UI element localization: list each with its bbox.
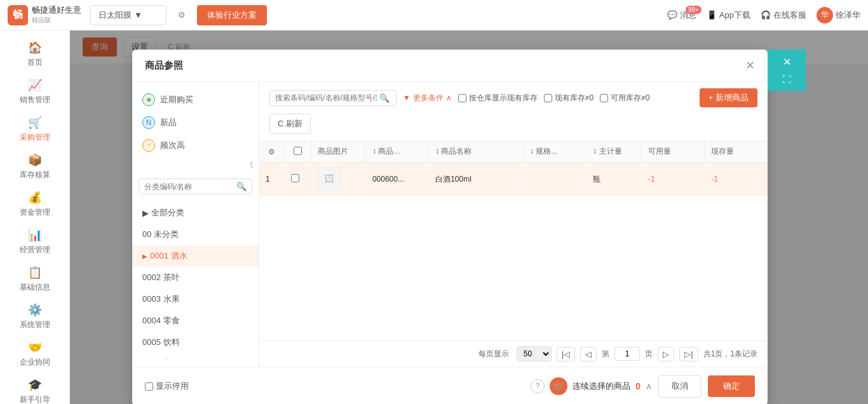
- top-nav: 畅 畅捷通好生意 精品版 日太阳膜 ▼ ⚙ 体验行业方案 💬 消息 99+ 📱 …: [0, 0, 868, 30]
- category-item-uncategorized[interactable]: 00 未分类: [132, 224, 259, 245]
- checkbox-warehouse-stock-input[interactable]: [458, 94, 466, 102]
- username: 徐泽华: [836, 10, 860, 21]
- th-stock: 现存量: [705, 141, 768, 163]
- category-item-liquor[interactable]: ▶ 0001 酒水: [132, 245, 259, 267]
- confirm-button[interactable]: 确定: [708, 375, 755, 397]
- quick-item-frequent[interactable]: ↑ 频次高: [132, 134, 259, 157]
- category-item-drink[interactable]: 0005 饮料: [132, 332, 259, 353]
- row-checkbox[interactable]: [291, 174, 299, 182]
- checkbox-nonzero-stock-input[interactable]: [544, 94, 552, 102]
- category-label: 00 未分类: [142, 229, 179, 240]
- product-table-wrap: ⚙ 商品图片: [259, 141, 768, 340]
- show-disabled-checkbox[interactable]: 显示停用: [145, 380, 189, 392]
- category-search-box: 🔍: [139, 178, 252, 194]
- guide-icon: 🎓: [28, 378, 42, 392]
- trial-button[interactable]: 体验行业方案: [197, 5, 267, 25]
- cancel-button[interactable]: 取消: [658, 375, 702, 398]
- image-icon: 🖼: [324, 173, 334, 185]
- modal-right-panel: 🔍 ▼ 更多条件 ∧ 按仓库显示现有库存: [259, 82, 768, 367]
- sidebar-item-sales[interactable]: 📈 销售管理: [0, 73, 69, 111]
- page-input[interactable]: [614, 347, 640, 361]
- show-disabled-input[interactable]: [145, 382, 153, 391]
- checkbox-nonzero-available-input[interactable]: [600, 94, 608, 102]
- sidebar-item-purchase[interactable]: 🛒 采购管理: [0, 111, 69, 148]
- th-check: [285, 141, 311, 163]
- nav-dropdown[interactable]: 日太阳膜 ▼: [90, 5, 166, 25]
- page-size-select[interactable]: 20 50 100: [517, 346, 552, 361]
- sidebar-item-operations[interactable]: 📊 经营管理: [0, 223, 69, 260]
- td-unit: 瓶: [587, 163, 642, 196]
- app-download-button[interactable]: 📱 App下载: [707, 10, 750, 21]
- sidebar-item-collab[interactable]: 🤝 企业协同: [0, 335, 69, 373]
- th-label: 商品名称: [441, 147, 471, 156]
- add-product-button[interactable]: + 新增商品: [700, 88, 757, 107]
- product-search-input[interactable]: [275, 93, 377, 102]
- cart-text: 连续选择的商品: [573, 380, 630, 392]
- sidebar-item-finance[interactable]: 💰 资金管理: [0, 185, 69, 223]
- cart-collapse-icon[interactable]: ∧: [646, 381, 652, 391]
- nav-dropdown-label: 日太阳膜: [98, 10, 132, 21]
- settings-icon[interactable]: ⚙: [173, 6, 191, 24]
- sort-icon[interactable]: ↕: [372, 147, 376, 156]
- page-label: 第: [602, 349, 609, 360]
- search-icon[interactable]: 🔍: [236, 182, 247, 191]
- gear-icon[interactable]: ⚙: [268, 147, 275, 156]
- checkbox-nonzero-available[interactable]: 可用库存≠0: [600, 93, 649, 104]
- teal-close-icon[interactable]: ✕: [783, 56, 791, 68]
- checkbox-warehouse-stock[interactable]: 按仓库显示现有库存: [458, 93, 538, 104]
- finance-icon: 💰: [28, 191, 42, 205]
- category-item-snack[interactable]: 0004 零食: [132, 310, 259, 332]
- sort-icon[interactable]: ↕: [530, 147, 534, 156]
- product-table: ⚙ 商品图片: [259, 141, 768, 196]
- category-search-input[interactable]: [144, 182, 234, 191]
- page-first-button[interactable]: |◁: [557, 347, 575, 361]
- quick-item-new[interactable]: N 新品: [132, 111, 259, 134]
- refresh-button[interactable]: C 刷新: [269, 114, 311, 134]
- category-item-fruit[interactable]: 0003 水果: [132, 288, 259, 310]
- sidebar-item-inventory[interactable]: 📦 库存核算: [0, 148, 69, 185]
- filter-button[interactable]: ▼ 更多条件 ∧: [403, 93, 452, 104]
- quick-item-label: 频次高: [160, 140, 185, 151]
- filter-icon: ▼: [403, 93, 410, 102]
- user-menu[interactable]: 华 徐泽华: [817, 7, 860, 24]
- th-label: 商品...: [378, 147, 400, 156]
- sidebar-item-system[interactable]: ⚙️ 系统管理: [0, 298, 69, 335]
- cart-button[interactable]: 🛒: [550, 377, 567, 395]
- quick-item-recent[interactable]: ★ 近期购买: [132, 88, 259, 111]
- collapse-button[interactable]: 《: [132, 157, 259, 173]
- checkbox-label-text: 按仓库显示现有库存: [469, 93, 538, 104]
- total-info: 共1页，1条记录: [703, 349, 757, 360]
- page-last-button[interactable]: ▷|: [679, 347, 698, 361]
- modal-footer: 显示停用 ? 🛒 连续选择的商品 0 ∧ 取消 确定: [132, 367, 768, 404]
- table-row[interactable]: 1 🖼: [259, 163, 768, 196]
- th-settings: ⚙: [259, 141, 285, 163]
- page-next-button[interactable]: ▷: [658, 347, 674, 361]
- online-service-button[interactable]: 🎧 在线客服: [761, 10, 806, 21]
- logo-text: 畅捷通好生意: [32, 5, 81, 16]
- th-label: 主计量: [599, 147, 622, 156]
- teal-expand-icon[interactable]: ⛶: [782, 74, 791, 84]
- modal-close-button[interactable]: ✕: [745, 58, 755, 72]
- sort-icon[interactable]: ↕: [435, 147, 439, 156]
- checkbox-nonzero-stock[interactable]: 现有库存≠0: [544, 93, 593, 104]
- checkbox-label-text: 可用库存≠0: [611, 93, 649, 104]
- sidebar-item-label: 新手引导: [20, 394, 50, 404]
- help-icon[interactable]: ?: [531, 379, 545, 393]
- category-item-water[interactable]: 0008 水: [132, 353, 259, 360]
- active-arrow: ▶: [142, 253, 147, 260]
- logo-sub: 精品版: [32, 16, 81, 25]
- th-available: 可用量: [642, 141, 705, 163]
- modal-toolbar: 🔍 ▼ 更多条件 ∧ 按仓库显示现有库存: [259, 82, 768, 141]
- select-all-checkbox[interactable]: [294, 147, 302, 155]
- sidebar: 🏠 首页 📈 销售管理 🛒 采购管理 📦 库存核算 💰 资金管理 📊 经营管理 …: [0, 30, 70, 404]
- sidebar-item-basic-info[interactable]: 📋 基础信息: [0, 260, 69, 298]
- category-item-all[interactable]: ▶ 全部分类: [132, 202, 259, 224]
- modal-overlay: 商品参照 ✕ ★ 近期购买 N 新品: [70, 30, 868, 404]
- category-item-tea[interactable]: 0002 茶叶: [132, 267, 259, 288]
- sort-icon[interactable]: ↕: [593, 147, 597, 156]
- sidebar-item-guide[interactable]: 🎓 新手引导: [0, 373, 69, 404]
- page-prev-button[interactable]: ◁: [580, 347, 597, 361]
- message-button[interactable]: 💬 消息 99+: [667, 10, 696, 21]
- search-icon[interactable]: 🔍: [379, 93, 390, 103]
- sidebar-item-home[interactable]: 🏠 首页: [0, 36, 69, 73]
